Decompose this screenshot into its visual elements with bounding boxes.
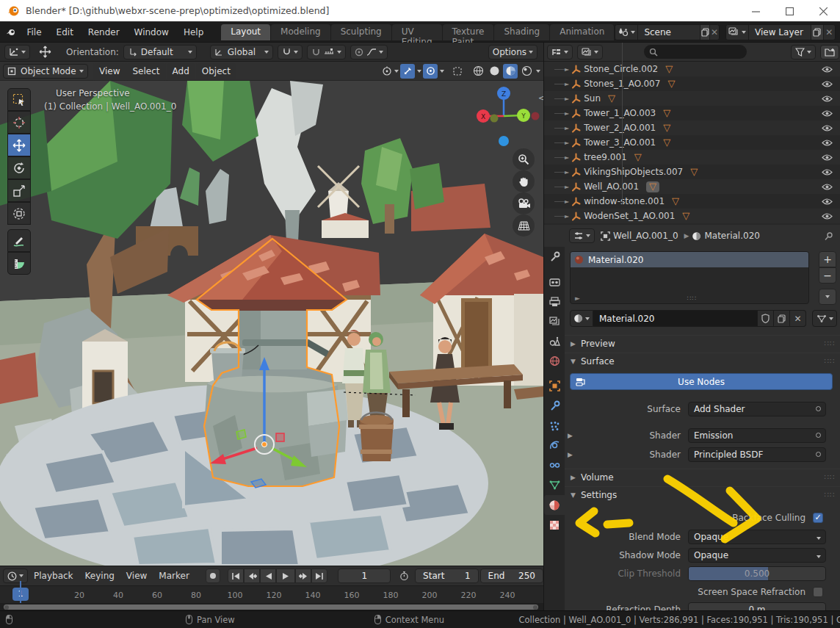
outliner-filter-button[interactable] — [791, 45, 816, 59]
use-nodes-button[interactable]: Use Nodes — [570, 373, 833, 390]
select-box-tool[interactable] — [7, 88, 31, 111]
maximize-button[interactable] — [772, 0, 806, 22]
mesh-data-icon[interactable]: ▽ — [667, 79, 675, 88]
object-name[interactable]: Well_AO.001 — [584, 181, 639, 192]
timeline-editor-type[interactable] — [3, 569, 28, 583]
play-button[interactable] — [276, 569, 295, 583]
menu-item[interactable]: File — [20, 24, 49, 40]
mesh-data-icon[interactable]: ▽ — [682, 212, 689, 220]
next-keyframe-button[interactable] — [295, 569, 311, 583]
expand-arrow-icon[interactable]: ► — [565, 110, 569, 117]
scale-tool[interactable] — [7, 179, 31, 202]
snap-toggle-group[interactable] — [307, 45, 346, 59]
rotate-tool[interactable] — [7, 156, 31, 179]
object-name[interactable]: Tower_2_AO.001 — [584, 123, 656, 133]
tab-modifiers[interactable] — [544, 396, 565, 416]
hide-eye-icon[interactable] — [822, 183, 833, 191]
mesh-data-icon[interactable]: ▽ — [690, 167, 698, 176]
material-browse-button[interactable] — [570, 310, 593, 327]
expand-arrow-icon[interactable]: ► — [565, 81, 569, 87]
workspace-tab[interactable]: Layout — [221, 24, 270, 40]
snap-button[interactable] — [400, 64, 415, 79]
shading-dropdown[interactable] — [536, 70, 540, 73]
annotate-tool[interactable] — [7, 229, 31, 252]
mesh-data-icon[interactable]: ▽ — [663, 123, 670, 132]
timeline-menu-item[interactable]: Keying — [79, 568, 120, 584]
object-name[interactable]: VikingShipObjects.007 — [584, 167, 683, 177]
viewport-menu-item[interactable]: View — [93, 63, 126, 79]
timeline-ruler[interactable]: 20406080100120140160180200220240 1 — [0, 585, 543, 603]
tab-texture[interactable] — [544, 515, 565, 535]
outliner-display-mode[interactable] — [547, 45, 573, 59]
material-slot-list[interactable]: Material.020 ► ∷∷ — [570, 251, 809, 304]
play-reverse-button[interactable] — [260, 569, 276, 583]
object-name[interactable]: Sun — [584, 93, 601, 104]
hide-eye-icon[interactable] — [822, 212, 833, 220]
outliner-search-input[interactable] — [644, 45, 747, 59]
workspace-tab[interactable]: Animation — [550, 24, 614, 40]
workspace-tab[interactable]: Shading — [494, 24, 549, 40]
jump-to-end-button[interactable] — [311, 569, 327, 583]
timeline-menu-item[interactable]: Marker — [153, 568, 195, 584]
object-name[interactable]: Tower_1_AO.003 — [584, 108, 656, 118]
hide-eye-icon[interactable] — [822, 139, 833, 147]
scene-copy-button[interactable] — [700, 25, 709, 40]
menu-item[interactable]: Window — [127, 24, 176, 40]
hide-eye-icon[interactable] — [822, 154, 833, 162]
tab-tool[interactable] — [544, 247, 565, 267]
hide-eye-icon[interactable] — [822, 80, 833, 88]
tab-output[interactable] — [544, 292, 565, 311]
viewport-3d[interactable]: Z X Y < User Perspective (1) Collection … — [0, 81, 543, 566]
tab-scene[interactable] — [544, 331, 565, 351]
shader-dropdown[interactable]: Principled BSDF — [688, 447, 826, 462]
outliner-row[interactable]: ► Stones_1_AO.007 ▽ — [544, 76, 840, 91]
timeline-menu-item[interactable]: View — [120, 568, 153, 584]
expand-arrow-icon[interactable]: ► — [565, 198, 569, 205]
mode-dropdown[interactable]: Object Mode — [3, 64, 88, 79]
list-resize-grip[interactable]: ∷∷ — [687, 295, 697, 302]
editor-type-button[interactable] — [4, 45, 30, 59]
tab-view-layer[interactable] — [544, 311, 565, 331]
refraction-depth-slider[interactable]: 0 m — [688, 602, 826, 611]
view-layer-name[interactable]: View Layer — [749, 27, 811, 37]
viewport-menu-item[interactable]: Select — [126, 63, 165, 79]
nodetree-button[interactable] — [812, 310, 837, 327]
shading-solid-button[interactable] — [487, 64, 502, 79]
mesh-data-icon[interactable]: ▽ — [672, 197, 679, 206]
shading-material-button[interactable] — [503, 64, 518, 79]
hide-eye-icon[interactable] — [822, 124, 833, 132]
viewport-scene[interactable]: Z X Y < — [0, 81, 543, 566]
barrel[interactable] — [359, 413, 394, 462]
tab-physics[interactable] — [544, 436, 565, 455]
object-name[interactable]: Stone_Circle.002 — [584, 64, 658, 74]
active-tool-icon[interactable] — [35, 45, 56, 59]
view-layer-remove-button[interactable]: ✕ — [823, 25, 835, 40]
expand-arrow-icon[interactable]: ► — [565, 66, 569, 73]
breadcrumb-material-name[interactable]: Material.020 — [704, 231, 759, 241]
tab-render[interactable] — [544, 272, 565, 292]
outliner-filter-images[interactable] — [577, 45, 603, 59]
new-collection-button[interactable] — [820, 45, 839, 59]
timeline-scroll-thumb[interactable] — [4, 604, 538, 610]
hide-eye-icon[interactable] — [822, 65, 833, 73]
tab-constraints[interactable] — [544, 455, 565, 475]
panel-surface[interactable]: ▼Surface∷∷ — [565, 353, 840, 369]
tab-object-data[interactable] — [544, 475, 565, 495]
object-name[interactable]: WodenSet_1_AO.001 — [584, 211, 675, 221]
auto-keying-button[interactable] — [206, 569, 220, 583]
row-expand-arrow[interactable]: ▶ — [568, 451, 578, 458]
scene-name[interactable]: Scene — [638, 27, 700, 37]
frame-start-field[interactable]: Start1 — [415, 569, 478, 583]
row-expand-arrow[interactable]: ▶ — [568, 432, 578, 439]
frame-end-field[interactable]: End250 — [480, 569, 543, 583]
scene-browse-button[interactable] — [615, 25, 638, 40]
shader-dropdown[interactable]: Emission — [688, 428, 826, 443]
unlink-material-button[interactable]: ✕ — [790, 310, 806, 327]
object-name[interactable]: window-stone.001 — [584, 196, 665, 206]
expand-arrow-icon[interactable]: ► — [565, 140, 569, 146]
menu-item[interactable]: Help — [176, 24, 211, 40]
menu-item[interactable]: Edit — [49, 24, 81, 40]
menu-item[interactable]: Render — [81, 24, 127, 40]
blend-mode-dropdown[interactable]: Opaque — [688, 530, 826, 544]
perspective-toggle-button[interactable] — [513, 214, 535, 237]
